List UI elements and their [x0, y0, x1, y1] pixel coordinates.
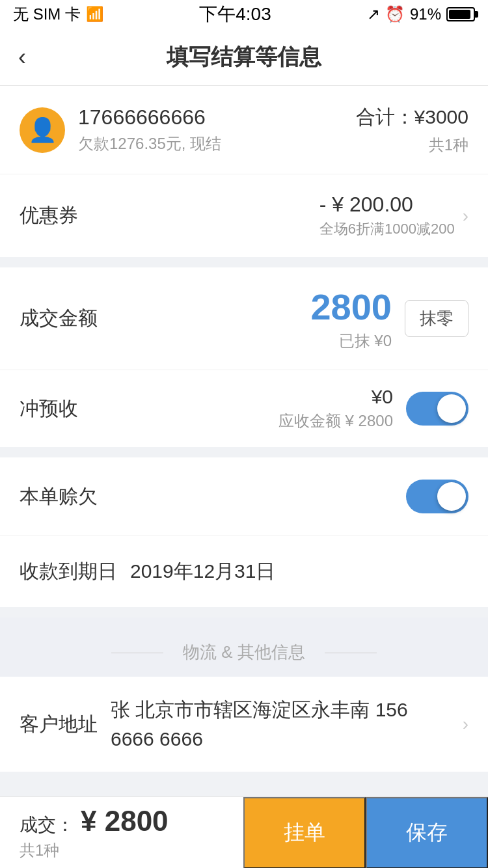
avatar: 👤	[20, 107, 65, 153]
toggle-knob	[437, 394, 466, 423]
duedate-value: 2019年12月31日	[130, 558, 275, 585]
address-row[interactable]: 客户地址 张 北京市市辖区海淀区永丰南 156 6666 6666 ›	[0, 677, 488, 772]
user-right: 合计：¥3000 共1种	[356, 104, 468, 156]
user-info-text: 17666666666 欠款1276.35元, 现结	[78, 105, 221, 154]
page-title: 填写结算等信息	[167, 42, 321, 72]
bottom-summary-count: 共1种	[20, 840, 243, 861]
coupon-info: - ¥ 200.00 全场6折满1000减200	[319, 193, 455, 239]
alarm-icon: ⏰	[385, 5, 405, 23]
address-label: 客户地址	[20, 711, 98, 738]
round-zero-button[interactable]: 抹零	[405, 300, 468, 337]
amount-right: 2800 已抹 ¥0 抹零	[310, 286, 468, 351]
duedate-label: 收款到期日	[20, 558, 117, 585]
logistics-header: 物流 & 其他信息	[0, 628, 488, 677]
bottom-summary: 成交： ¥ 2800 共1种	[0, 805, 243, 861]
deal-amount-value: 2800	[310, 286, 392, 328]
status-left: 无 SIM 卡 📶	[13, 4, 103, 25]
status-bar: 无 SIM 卡 📶 下午4:03 ↗ ⏰ 91%	[0, 0, 488, 29]
battery-icon	[446, 7, 475, 21]
coupon-amount: - ¥ 200.00	[319, 193, 455, 217]
debt-toggle-knob	[437, 482, 466, 511]
prepay-sub: 应收金额 ¥ 2800	[278, 411, 393, 431]
duedate-row: 收款到期日 2019年12月31日	[0, 536, 488, 607]
user-left: 👤 17666666666 欠款1276.35元, 现结	[20, 105, 221, 154]
debt-row: 本单赊欠	[0, 457, 488, 536]
battery-percent: 91%	[410, 5, 441, 23]
bottom-bar: 成交： ¥ 2800 共1种 挂单 保存	[0, 796, 488, 868]
logistics-header-text: 物流 & 其他信息	[163, 641, 325, 664]
user-phone: 17666666666	[78, 105, 221, 129]
debt-label: 本单赊欠	[20, 483, 98, 510]
coupon-right: - ¥ 200.00 全场6折满1000减200 ›	[319, 193, 468, 239]
bottom-summary-label: 成交：	[20, 813, 74, 837]
user-debt-info: 欠款1276.35元, 现结	[78, 133, 221, 154]
bottom-summary-top: 成交： ¥ 2800	[20, 805, 243, 837]
status-time: 下午4:03	[199, 2, 271, 27]
save-button[interactable]: 保存	[366, 797, 488, 869]
coupon-desc: 全场6折满1000减200	[319, 219, 455, 239]
sim-status: 无 SIM 卡	[13, 4, 81, 25]
coupon-chevron-icon: ›	[463, 206, 468, 226]
nav-bar: ‹ 填写结算等信息	[0, 29, 488, 86]
coupon-label: 优惠券	[20, 202, 78, 229]
order-total: 合计：¥3000	[356, 104, 468, 131]
order-count: 共1种	[356, 135, 468, 156]
amount-value-block: 2800 已抹 ¥0	[310, 286, 392, 351]
user-info-row: 👤 17666666666 欠款1276.35元, 现结 合计：¥3000 共1…	[0, 86, 488, 174]
prepay-right: ¥0 应收金额 ¥ 2800	[278, 386, 468, 431]
location-icon: ↗	[367, 5, 380, 23]
prepay-toggle[interactable]	[406, 392, 468, 426]
bottom-summary-amount: ¥ 2800	[81, 805, 169, 837]
deal-amount-sub: 已抹 ¥0	[310, 331, 392, 351]
back-button[interactable]: ‹	[18, 44, 26, 71]
address-content: 张 北京市市辖区海淀区永丰南 156 6666 6666	[111, 695, 450, 753]
prepay-label: 冲预收	[20, 396, 78, 422]
status-right: ↗ ⏰ 91%	[367, 5, 475, 23]
coupon-row[interactable]: 优惠券 - ¥ 200.00 全场6折满1000减200 ›	[0, 174, 488, 257]
prepay-amount: ¥0	[278, 386, 393, 408]
debt-toggle[interactable]	[406, 480, 468, 513]
amount-row: 成交金额 2800 已抹 ¥0 抹零	[0, 267, 488, 370]
hold-button[interactable]: 挂单	[243, 797, 366, 869]
debt-section: 本单赊欠 收款到期日 2019年12月31日	[0, 457, 488, 607]
prepay-row: 冲预收 ¥0 应收金额 ¥ 2800	[0, 370, 488, 447]
address-chevron-icon: ›	[463, 714, 468, 735]
wifi-icon: 📶	[86, 6, 103, 23]
amount-section: 成交金额 2800 已抹 ¥0 抹零 冲预收 ¥0 应收金额 ¥ 2800	[0, 267, 488, 447]
amount-label: 成交金额	[20, 305, 98, 332]
divider	[0, 617, 488, 628]
prepay-amount-block: ¥0 应收金额 ¥ 2800	[278, 386, 393, 431]
avatar-icon: 👤	[28, 116, 57, 144]
user-coupon-section: 👤 17666666666 欠款1276.35元, 现结 合计：¥3000 共1…	[0, 86, 488, 257]
